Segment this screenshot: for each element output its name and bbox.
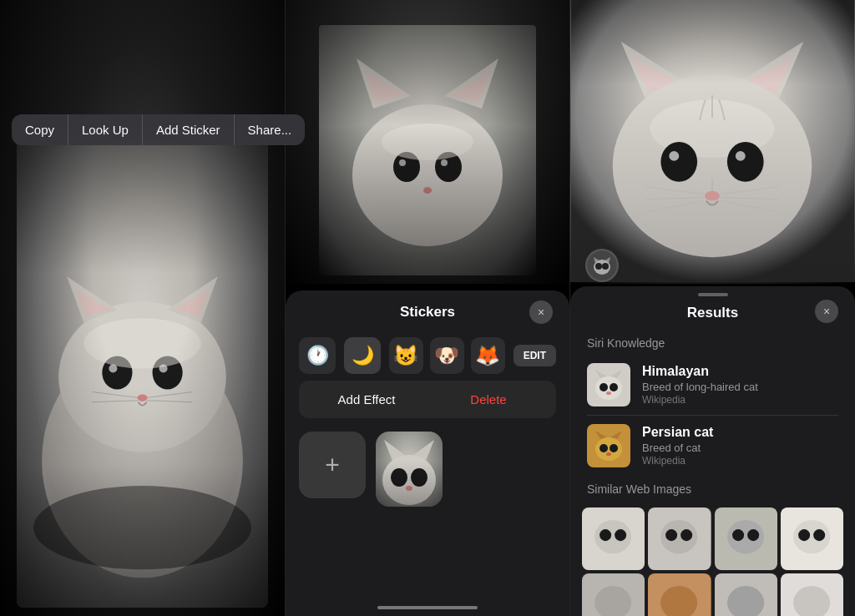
- sticker-emoji-display: 😺 🐶 🦊: [389, 337, 505, 374]
- himalayan-name: Himalayan: [642, 364, 838, 379]
- avatar-image: [587, 250, 617, 280]
- stickers-grid: +: [286, 418, 569, 520]
- web-image-1[interactable]: [582, 507, 645, 570]
- results-header: Results ×: [570, 286, 855, 330]
- stickers-title: Stickers: [400, 304, 455, 321]
- middle-panel: Stickers × 🕐 🌙 😺 🐶 🦊 EDIT Add Effect Del…: [285, 0, 570, 616]
- sticker-moon-icon[interactable]: 🌙: [344, 337, 381, 374]
- svg-point-1: [58, 301, 226, 452]
- svg-marker-3: [168, 276, 218, 322]
- svg-line-52: [647, 201, 704, 212]
- svg-point-6: [102, 356, 132, 389]
- sticker-clock-icon[interactable]: 🕐: [299, 337, 336, 374]
- svg-point-87: [798, 529, 810, 541]
- svg-point-72: [606, 452, 611, 456]
- web-image-4[interactable]: [781, 507, 843, 570]
- results-close-button[interactable]: ×: [815, 300, 838, 323]
- web-image-8[interactable]: [781, 573, 843, 616]
- svg-point-43: [669, 151, 679, 161]
- context-menu-add-sticker[interactable]: Add Sticker: [143, 114, 235, 145]
- add-effect-button[interactable]: Add Effect: [312, 386, 421, 413]
- svg-marker-38: [744, 57, 794, 93]
- himalayan-knowledge-item[interactable]: Himalayan Breed of long-haired cat Wikip…: [570, 355, 855, 415]
- persian-thumbnail: [587, 424, 630, 467]
- add-sticker-button[interactable]: +: [299, 432, 366, 498]
- web-image-7[interactable]: [715, 573, 777, 616]
- svg-point-10: [137, 395, 147, 401]
- svg-line-12: [147, 401, 193, 402]
- svg-point-70: [600, 444, 608, 452]
- svg-point-23: [435, 152, 462, 182]
- svg-line-50: [645, 187, 704, 194]
- svg-marker-2: [67, 276, 117, 322]
- home-indicator: [377, 606, 478, 609]
- right-cat-image: [570, 0, 855, 282]
- siri-knowledge-section-title: Siri Knowledge: [570, 330, 855, 355]
- svg-marker-4: [75, 289, 111, 316]
- web-images-grid-row2: [570, 570, 855, 616]
- svg-rect-34: [571, 0, 854, 282]
- sticker-emoji-2[interactable]: 🐶: [430, 337, 464, 374]
- avatar-icon: [585, 249, 619, 282]
- himalayan-source: Wikipedia: [642, 394, 838, 406]
- svg-point-76: [615, 529, 626, 541]
- sticker-cat-item[interactable]: [376, 432, 443, 507]
- svg-point-7: [153, 356, 183, 389]
- persian-source: Wikipedia: [642, 455, 838, 467]
- svg-line-14: [92, 401, 138, 402]
- context-menu-share[interactable]: Share...: [235, 114, 306, 145]
- sticker-edit-button[interactable]: EDIT: [514, 345, 556, 366]
- svg-point-22: [393, 152, 420, 182]
- stickers-close-button[interactable]: ×: [529, 300, 553, 324]
- web-image-2[interactable]: [648, 507, 711, 570]
- svg-point-8: [109, 364, 117, 372]
- svg-point-40: [650, 99, 774, 158]
- delete-button[interactable]: Delete: [434, 386, 543, 413]
- svg-point-32: [411, 468, 428, 487]
- svg-point-44: [736, 151, 746, 161]
- web-images-grid-row1: [570, 501, 855, 570]
- stickers-header: Stickers ×: [286, 290, 569, 331]
- context-menu-copy[interactable]: Copy: [12, 114, 68, 145]
- sticker-emoji-1[interactable]: 😺: [389, 337, 423, 374]
- svg-marker-20: [450, 71, 490, 103]
- svg-point-63: [600, 383, 608, 391]
- svg-point-26: [423, 187, 432, 194]
- sticker-emoji-3[interactable]: 🦊: [471, 337, 505, 374]
- svg-marker-29: [413, 440, 434, 461]
- svg-point-69: [595, 437, 622, 461]
- persian-knowledge-item[interactable]: Persian cat Breed of cat Wikipedia: [570, 416, 855, 476]
- middle-cat-svg: [319, 25, 536, 275]
- svg-marker-28: [384, 440, 405, 461]
- results-panel: Results × Siri Knowledge Himalayan B: [570, 286, 855, 616]
- left-panel: Copy Look Up Add Sticker Share...: [0, 0, 285, 616]
- svg-point-33: [406, 486, 412, 491]
- svg-point-0: [42, 343, 243, 578]
- persian-info: Persian cat Breed of cat Wikipedia: [642, 425, 838, 467]
- web-image-6[interactable]: [648, 573, 711, 616]
- stickers-panel: Stickers × 🕐 🌙 😺 🐶 🦊 EDIT Add Effect Del…: [286, 290, 569, 616]
- svg-point-83: [732, 529, 744, 541]
- svg-point-39: [613, 74, 812, 257]
- web-image-3[interactable]: [715, 507, 777, 570]
- svg-marker-19: [365, 71, 405, 103]
- right-cat-svg: [570, 0, 855, 282]
- svg-point-88: [813, 529, 825, 541]
- svg-point-84: [747, 529, 759, 541]
- svg-marker-18: [444, 58, 498, 109]
- svg-line-47: [721, 187, 779, 194]
- svg-point-24: [399, 159, 406, 166]
- results-title: Results: [687, 305, 738, 321]
- right-panel: Results × Siri Knowledge Himalayan B: [570, 0, 855, 616]
- himalayan-thumbnail: [587, 363, 630, 406]
- context-menu-lookup[interactable]: Look Up: [68, 114, 143, 145]
- svg-line-13: [92, 392, 138, 398]
- svg-point-15: [83, 318, 200, 368]
- svg-marker-17: [357, 58, 411, 109]
- svg-marker-35: [621, 42, 688, 100]
- svg-marker-37: [631, 57, 681, 93]
- web-image-5[interactable]: [582, 573, 645, 616]
- left-cat-svg: [17, 129, 268, 608]
- svg-line-49: [721, 201, 777, 212]
- middle-cat-image: [319, 25, 536, 275]
